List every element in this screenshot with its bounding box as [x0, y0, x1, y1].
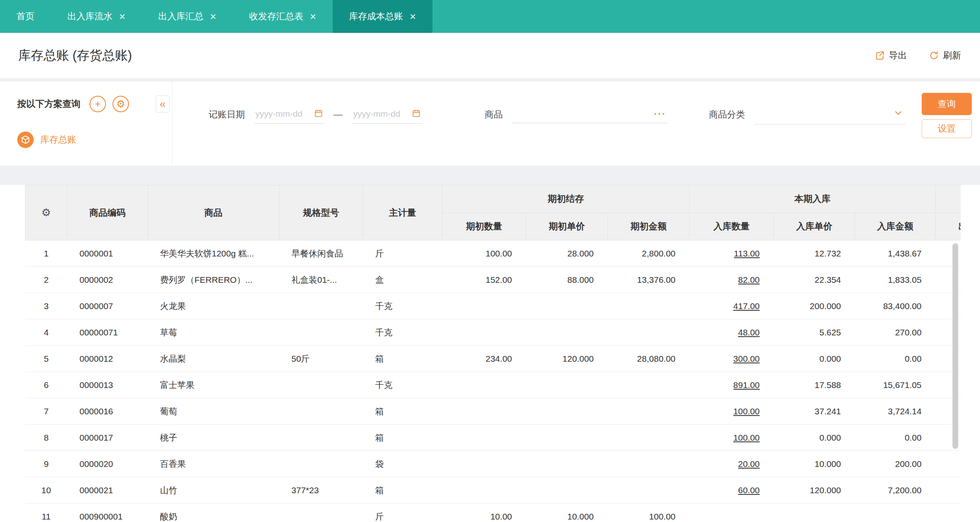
row-index: 5 — [25, 346, 67, 372]
cell-product-code: 000900001 — [67, 504, 148, 522]
col-header-spec: 规格型号 — [279, 185, 363, 240]
tab-inout-summary[interactable]: 出入库汇总 × — [142, 0, 232, 33]
cell-unit: 盒 — [363, 267, 442, 293]
cell-spec — [279, 398, 363, 425]
table-row[interactable]: 3 0000007 火龙果 千克 417.00 200.000 83,400.0… — [25, 293, 961, 319]
cell-open-amount — [608, 398, 690, 425]
table-row[interactable]: 2 0000002 费列罗（FERRERO）... 礼盒装01-... 盒 15… — [25, 267, 961, 293]
col-header-out-qty: 出库数量 — [936, 213, 961, 240]
ellipsis-icon[interactable]: ··· — [654, 111, 666, 116]
cell-spec — [279, 293, 363, 319]
tab-receipt-dispatch-summary[interactable]: 收发存汇总表 × — [232, 0, 332, 33]
close-icon[interactable]: × — [410, 11, 416, 22]
cell-in-amount: 15,671.05 — [855, 372, 936, 398]
collapse-panel-button[interactable]: « — [156, 95, 170, 113]
cell-product-code: 00000071 — [67, 319, 148, 346]
inbound-qty-link[interactable]: 100.00 — [733, 433, 759, 442]
inbound-qty-link[interactable]: 417.00 — [733, 301, 759, 311]
date-to-input[interactable]: yyyy-mm-dd — [352, 106, 422, 124]
cell-unit: 箱 — [363, 398, 442, 425]
inbound-qty-link[interactable]: 20.00 — [738, 459, 760, 469]
cell-open-price — [526, 319, 608, 346]
close-icon[interactable]: × — [210, 11, 216, 22]
export-button[interactable]: 导出 — [875, 49, 907, 62]
inbound-qty-link[interactable]: 100.00 — [733, 407, 759, 416]
cell-in-qty: 82.00 — [690, 267, 774, 293]
cell-in-price: 5.625 — [774, 319, 855, 346]
cell-open-qty: 152.00 — [442, 267, 526, 293]
cell-out-qty — [936, 477, 961, 504]
settings-button[interactable]: 设置 — [922, 119, 972, 138]
table-row[interactable]: 4 00000071 草莓 千克 48.00 5.625 270.00 — [25, 319, 961, 346]
tab-label: 收发存汇总表 — [249, 10, 303, 23]
cell-open-amount — [608, 425, 690, 451]
table-body: 1 0000001 华美华夫软饼1200g 糕... 早餐休闲食品 斤 100.… — [25, 240, 961, 522]
table-row[interactable]: 7 0000016 葡萄 箱 100.00 37.241 3,724.14 — [25, 398, 961, 425]
page-title: 库存总账 (存货总账) — [18, 47, 132, 64]
cell-in-qty: 417.00 — [690, 293, 774, 319]
refresh-button[interactable]: 刷新 — [929, 49, 961, 62]
scheme-item-inventory-ledger[interactable]: 库存总账 — [17, 132, 170, 148]
cell-open-price — [526, 425, 608, 451]
cell-spec — [279, 504, 363, 522]
cell-open-qty: 234.00 — [442, 346, 526, 372]
table-row[interactable]: 11 000900001 酸奶 斤 10.00 10.000 100.00 — [25, 504, 961, 522]
col-header-open-price: 期初单价 — [526, 213, 608, 240]
table-row[interactable]: 5 0000012 水晶梨 50斤 箱 234.00 120.000 28,08… — [25, 346, 961, 372]
row-index: 1 — [25, 240, 67, 267]
inbound-qty-link[interactable]: 891.00 — [733, 380, 759, 390]
cell-spec — [279, 425, 363, 451]
row-index: 11 — [25, 504, 67, 522]
cell-spec: 早餐休闲食品 — [279, 240, 363, 267]
date-from-input[interactable]: yyyy-mm-dd — [254, 106, 324, 124]
inbound-qty-link[interactable]: 48.00 — [738, 328, 760, 337]
close-icon[interactable]: × — [310, 11, 316, 22]
cell-in-amount: 200.00 — [855, 451, 936, 477]
product-input[interactable]: ··· — [512, 106, 668, 123]
table-row[interactable]: 9 0000020 百香果 袋 20.00 10.000 200.00 — [25, 451, 961, 477]
top-nav: 首页 出入库流水 × 出入库汇总 × 收发存汇总表 × 库存成本总账 × — [0, 0, 980, 33]
close-icon[interactable]: × — [119, 11, 125, 22]
cell-product-code: 0000016 — [67, 398, 148, 425]
cell-spec — [279, 451, 363, 477]
inbound-qty-link[interactable]: 82.00 — [738, 275, 760, 284]
column-settings-gear-icon[interactable]: ⚙ — [41, 206, 51, 219]
table-row[interactable]: 1 0000001 华美华夫软饼1200g 糕... 早餐休闲食品 斤 100.… — [25, 240, 961, 267]
cell-in-price: 200.000 — [774, 293, 855, 319]
date-range-separator: — — [334, 109, 343, 120]
tab-inout-flow[interactable]: 出入库流水 × — [51, 0, 142, 33]
tab-inventory-cost-ledger[interactable]: 库存成本总账 × — [333, 0, 432, 33]
calendar-icon — [314, 109, 323, 119]
cell-open-qty: 10.00 — [442, 504, 526, 522]
inbound-qty-link[interactable]: 113.00 — [734, 249, 760, 258]
table-row[interactable]: 8 0000017 桃子 箱 100.00 0.000 0.00 — [25, 425, 961, 451]
vertical-scrollbar-thumb[interactable] — [952, 243, 958, 449]
cell-spec: 377*23 — [279, 477, 363, 504]
scheme-settings-button[interactable]: ⚙ — [113, 96, 129, 112]
search-button[interactable]: 查询 — [922, 93, 972, 115]
row-index: 6 — [25, 372, 67, 398]
category-label: 商品分类 — [709, 109, 745, 121]
collapse-icon: « — [160, 98, 166, 111]
add-scheme-button[interactable]: + — [90, 96, 106, 112]
category-select[interactable] — [755, 104, 905, 125]
table-row[interactable]: 6 0000013 富士苹果 千克 891.00 17.588 15,671.0… — [25, 372, 961, 398]
cell-unit: 箱 — [363, 477, 442, 504]
inbound-qty-link[interactable]: 60.00 — [738, 485, 760, 495]
chevron-down-icon[interactable] — [893, 108, 904, 120]
table-row[interactable]: 10 0000021 山竹 377*23 箱 60.00 120.000 7,2… — [25, 477, 961, 504]
cell-open-qty — [442, 425, 526, 451]
cell-open-price — [526, 398, 608, 425]
calendar-icon — [412, 109, 421, 119]
cell-in-amount: 0.00 — [855, 346, 936, 372]
tab-home[interactable]: 首页 — [0, 0, 51, 33]
cell-in-qty: 60.00 — [690, 477, 774, 504]
date-range-label: 记账日期 — [209, 109, 245, 121]
cell-product-name: 百香果 — [148, 451, 279, 477]
cell-product-code: 0000012 — [67, 346, 148, 372]
cell-open-price — [526, 477, 608, 504]
tab-label: 出入库流水 — [67, 10, 113, 23]
cell-in-qty: 300.00 — [690, 346, 774, 372]
inbound-qty-link[interactable]: 300.00 — [733, 354, 759, 363]
cell-in-qty: 891.00 — [690, 372, 774, 398]
